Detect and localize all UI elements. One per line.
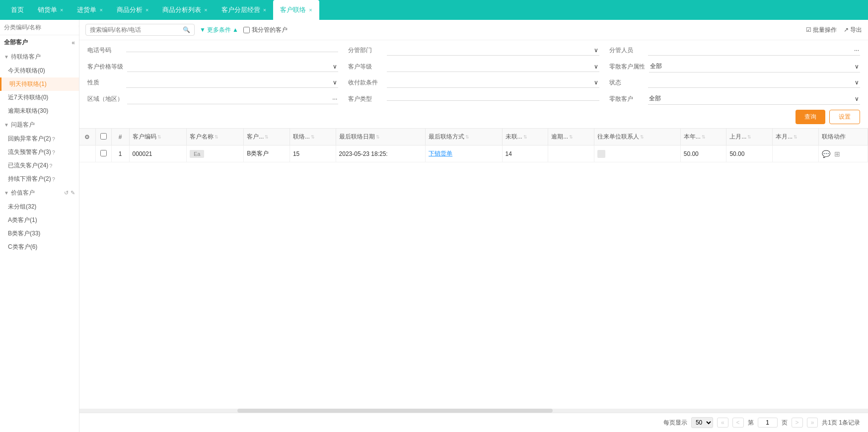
row-checkbox[interactable] xyxy=(95,145,111,162)
close-icon[interactable]: × xyxy=(99,7,102,13)
sort-icon[interactable]: ⇅ xyxy=(465,135,469,140)
batch-ops-button[interactable]: ☑ 批量操作 xyxy=(806,26,837,34)
help-icon[interactable]: ? xyxy=(49,163,52,169)
customer-price-grade-input[interactable]: ∨ xyxy=(127,62,338,72)
nav-purchase-order[interactable]: 进货单 × xyxy=(70,0,109,20)
my-customers-checkbox[interactable]: 我分管的客户 xyxy=(243,26,288,34)
problem-section-header[interactable]: ▼ 问题客户 xyxy=(0,118,79,132)
row-last-contact-method[interactable]: 下销货单 xyxy=(426,145,502,162)
close-icon[interactable]: × xyxy=(145,7,148,13)
search-input[interactable] xyxy=(90,26,183,33)
row-actions[interactable]: 💬 ⊞ xyxy=(818,145,868,162)
area-input[interactable]: ··· xyxy=(127,94,338,104)
last-page-button[interactable]: » xyxy=(807,418,818,428)
grid-icon[interactable]: ⊞ xyxy=(834,150,840,158)
contact-person-masked xyxy=(597,150,605,158)
sidebar-item-churn-warning[interactable]: 流失预警客户(3) ? xyxy=(0,145,79,159)
branch-dept-input[interactable]: ∨ xyxy=(387,45,599,56)
edit-icon[interactable]: ✎ xyxy=(71,190,75,196)
sidebar-item-a-class[interactable]: A类客户(1) xyxy=(0,214,79,227)
row-contact-count: 15 xyxy=(289,145,336,162)
more-icon[interactable]: ··· xyxy=(854,47,859,54)
zero-retail-attr-input[interactable]: 全部 ∨ xyxy=(649,61,860,72)
chevron-down-icon: ∨ xyxy=(855,95,859,102)
export-button[interactable]: ↗ 导出 xyxy=(844,26,862,34)
pagination: 每页显示 50 « < 第 页 > » 共1页 1条记录 xyxy=(79,413,868,432)
nav-product-analysis[interactable]: 商品分析 × xyxy=(110,0,155,20)
sort-icon[interactable]: ⇅ xyxy=(311,135,315,140)
nav-product-analysis-list[interactable]: 商品分析列表 × xyxy=(155,0,214,20)
prev-page-button[interactable]: < xyxy=(732,418,744,428)
close-icon[interactable]: × xyxy=(309,7,312,13)
sidebar-item-c-class[interactable]: C类客户(6) xyxy=(0,240,79,254)
first-page-button[interactable]: « xyxy=(717,418,728,428)
content-area: 🔍 ▼ 更多条件 ▲ 我分管的客户 ☑ 批量操作 ↗ 导出 xyxy=(79,20,868,432)
branch-person-input[interactable]: ··· xyxy=(648,45,860,56)
group-actions: ↺ ✎ xyxy=(64,190,75,196)
status-input[interactable]: ∨ xyxy=(648,77,860,88)
filter-payment: 收付款条件 ∨ xyxy=(348,77,599,88)
close-icon[interactable]: × xyxy=(60,7,63,13)
next-page-button[interactable]: > xyxy=(792,418,803,428)
help-icon[interactable]: ? xyxy=(52,136,55,142)
help-icon[interactable]: ? xyxy=(52,176,55,182)
scrollbar-thumb[interactable] xyxy=(237,409,553,413)
nav-sales-order[interactable]: 销货单 × xyxy=(31,0,70,20)
help-icon[interactable]: ? xyxy=(52,149,55,155)
row-select-checkbox[interactable] xyxy=(100,150,107,156)
sort-icon[interactable]: ⇅ xyxy=(569,135,573,140)
th-customer-code: 客户编码⇅ xyxy=(129,129,186,145)
nav-home[interactable]: 首页 xyxy=(4,0,31,20)
close-icon[interactable]: × xyxy=(204,7,207,13)
sort-icon[interactable]: ⇅ xyxy=(157,135,161,140)
filter-status: 状态 ∨ xyxy=(609,77,860,88)
sidebar-item-churned[interactable]: 已流失客户(24) ? xyxy=(0,159,79,172)
customer-grade-input[interactable]: ∨ xyxy=(387,62,599,72)
refresh-icon[interactable]: ↺ xyxy=(64,190,69,196)
sort-icon[interactable]: ⇅ xyxy=(702,135,706,140)
sort-icon[interactable]: ⇅ xyxy=(376,135,380,140)
page-number-input[interactable] xyxy=(758,418,778,428)
nav-customer-stratification[interactable]: 客户分层经营 × xyxy=(215,0,273,20)
sort-icon[interactable]: ⇅ xyxy=(523,135,527,140)
payment-input[interactable]: ∨ xyxy=(387,77,599,88)
sidebar-item-tomorrow-pending[interactable]: 明天待联络(1) xyxy=(0,77,79,91)
phone-input[interactable] xyxy=(126,49,338,52)
customer-type-input[interactable] xyxy=(387,97,599,101)
sidebar-item-b-class[interactable]: B类客户(33) xyxy=(0,227,79,240)
collapse-icon[interactable]: « xyxy=(72,39,75,46)
sidebar-item-continuous-decline[interactable]: 持续下滑客户(2) ? xyxy=(0,172,79,186)
my-customers-check[interactable] xyxy=(243,27,250,33)
sidebar-item-today-pending[interactable]: 今天待联络(0) xyxy=(0,64,79,77)
table-checkbox-col[interactable] xyxy=(95,129,111,145)
select-all-checkbox[interactable] xyxy=(100,133,107,140)
sidebar-search-input[interactable] xyxy=(4,24,78,31)
sort-icon[interactable]: ⇅ xyxy=(265,135,269,140)
per-page-select[interactable]: 50 xyxy=(691,417,713,428)
sidebar-item-7days-pending[interactable]: 近7天待联络(0) xyxy=(0,91,79,104)
search-input-wrap: 🔍 xyxy=(85,24,195,36)
zero-retail-input[interactable]: 全部 ∨ xyxy=(648,93,860,105)
search-button-icon[interactable]: 🔍 xyxy=(183,26,190,33)
more-icon[interactable]: ··· xyxy=(332,95,337,102)
message-icon[interactable]: 💬 xyxy=(822,150,830,158)
sidebar-item-overdue-pending[interactable]: 逾期未联络(30) xyxy=(0,104,79,118)
sidebar-item-ungrouped[interactable]: 未分组(32) xyxy=(0,200,79,214)
value-section-header[interactable]: ▼ 价值客户 ↺ ✎ xyxy=(0,186,79,200)
nav-customer-contact[interactable]: 客户联络 × xyxy=(273,0,319,20)
sort-icon[interactable]: ⇅ xyxy=(747,135,751,140)
more-conditions-button[interactable]: ▼ 更多条件 ▲ xyxy=(200,26,238,34)
query-button[interactable]: 查询 xyxy=(796,110,825,124)
close-icon[interactable]: × xyxy=(263,7,266,13)
pending-section-header[interactable]: ▼ 待联络客户 xyxy=(0,50,79,64)
sidebar-item-repurchase-abnormal[interactable]: 回购异常客户(2) ? xyxy=(0,132,79,145)
chevron-down-icon: ∨ xyxy=(333,63,337,70)
nature-input[interactable]: ∨ xyxy=(126,77,338,88)
table-settings-col[interactable]: ⚙ xyxy=(79,129,95,145)
sort-icon[interactable]: ⇅ xyxy=(640,135,644,140)
horizontal-scrollbar[interactable] xyxy=(79,409,868,413)
sort-icon[interactable]: ⇅ xyxy=(794,135,797,140)
sort-icon[interactable]: ⇅ xyxy=(215,135,218,140)
all-customers-section: 全部客户 « xyxy=(0,35,79,50)
set-button[interactable]: 设置 xyxy=(829,110,860,124)
